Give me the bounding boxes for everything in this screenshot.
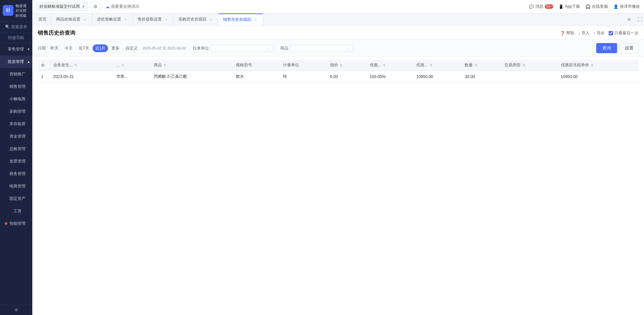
app-download-button[interactable]: 📱 App下载	[559, 4, 580, 9]
topbar-right: 💬 消息 99+ 📱 App下载 🎧 在线客服 👤 徐泽华修改	[529, 4, 640, 9]
sidebar-quick-nav[interactable]: 快捷导航	[0, 33, 32, 43]
show-last-input[interactable]	[609, 31, 613, 35]
app-selector-label: 好业财标准版交付试用	[39, 4, 80, 9]
sidebar-search[interactable]: 🔍 搜索菜单	[0, 22, 32, 33]
col-pre-tax-price: 优惠前无税单价 ⇅	[558, 60, 639, 71]
online-service-button[interactable]: 🎧 在线客服	[585, 4, 608, 9]
sort-product-icon[interactable]: ⇅	[164, 63, 166, 67]
date-today[interactable]: 今天	[62, 44, 75, 52]
tab-home[interactable]: 首页	[34, 13, 51, 25]
tab-purchase-strategy[interactable]: 进价策略设置 ×	[92, 13, 133, 25]
sort-quantity-icon[interactable]: ⇅	[475, 63, 477, 67]
source-unit-input-group: ...	[211, 45, 274, 51]
date-last7[interactable]: 近7天	[76, 44, 92, 52]
chevron-down-icon: ▼	[82, 5, 85, 8]
demo-link[interactable]: ☁ 我要看实例演示	[106, 4, 139, 9]
page-title: 销售历史价查询	[38, 30, 75, 37]
tabbar: 首页 商品价格设置 × 进价策略设置 × 售价提取设置 × 采购历史价跟踪 × …	[32, 13, 644, 26]
logo-icon: 财	[3, 5, 13, 16]
cell-index: 1	[38, 71, 50, 82]
table-row: 1 2023-05-31 华查... 丙烯酸-2-乙基己酯 散水 吨 0.00 …	[38, 71, 639, 82]
sidebar-item-retail[interactable]: 零售管理 ▼	[0, 43, 32, 56]
source-unit-dots-button[interactable]: ...	[266, 46, 271, 50]
window-maximize-button[interactable]: ⛶	[636, 15, 644, 24]
sidebar-item-inventory[interactable]: 库存核算	[0, 118, 32, 130]
help-button[interactable]: ❓ 帮助	[560, 30, 574, 36]
sidebar-item-wholesale[interactable]: 批发管理 ▲	[0, 56, 32, 68]
tab-sale-price[interactable]: 售价提取设置 ×	[133, 13, 174, 25]
show-last-checkbox[interactable]: 只看最后一次	[609, 30, 639, 36]
source-unit-filter-group: 往来单位 ...	[193, 45, 274, 51]
col-more: ... ⇅	[113, 60, 150, 71]
cell-pre-tax-price: 10950.00	[558, 71, 639, 82]
product-input[interactable]	[293, 46, 344, 50]
date-label: 日期	[38, 45, 46, 51]
date-last1m[interactable]: 近1月	[93, 44, 108, 52]
tab-sale-history-label: 销售历史价跟踪	[223, 17, 251, 23]
tab-purchase-history-label: 采购历史价跟踪	[178, 16, 207, 22]
page-header: 销售历史价查询 ❓ 帮助 ↓ 导入 ↑ 导出 只看最后一次	[32, 26, 644, 40]
tab-sale-history[interactable]: 销售历史价跟踪 ×	[218, 13, 263, 25]
product-label: 商品	[280, 45, 288, 51]
sidebar-item-tax[interactable]: 税务管理	[0, 168, 32, 180]
sidebar-item-invoice[interactable]: 发票管理	[0, 155, 32, 168]
date-custom[interactable]: 自定义	[123, 44, 140, 52]
query-button[interactable]: 查询	[596, 43, 617, 53]
export-button[interactable]: ↑ 导出	[594, 30, 605, 36]
product-dots-button[interactable]: ...	[345, 46, 350, 50]
sidebar-item-marketing[interactable]: 营销推广	[0, 68, 32, 80]
cell-biz-date: 2023-05-31	[50, 71, 113, 82]
cell-spec: 散水	[232, 71, 280, 82]
demo-label: 我要看实例演示	[111, 4, 139, 9]
messages-button[interactable]: 💬 消息 99+	[529, 4, 553, 9]
cell-price: 0.00	[327, 71, 366, 82]
sidebar-item-ledger[interactable]: 总账管理	[0, 143, 32, 155]
tab-price-settings[interactable]: 商品价格设置 ×	[51, 13, 92, 25]
sidebar-item-purchase[interactable]: 采购管理	[0, 105, 32, 118]
tab-sale-price-close[interactable]: ×	[164, 17, 169, 22]
sidebar-item-fixed-assets[interactable]: 固定资产	[0, 193, 32, 205]
sidebar-item-smart-mgmt[interactable]: 智能管理	[0, 217, 32, 230]
col-tx-type: 交易类型 ⇅	[501, 60, 557, 71]
table-settings-header: ⚙	[38, 60, 50, 71]
table-header-row: ⚙ 业务发生... ⇅ ... ⇅ 商品	[38, 60, 639, 71]
tab-purchase-strategy-close[interactable]: ×	[123, 17, 128, 22]
col-product: 商品 ⇅	[150, 60, 232, 71]
window-close-button[interactable]: ✕	[625, 15, 633, 24]
user-button[interactable]: 👤 徐泽华修改	[613, 4, 640, 9]
sort-discount-rate-icon[interactable]: ⇅	[383, 63, 386, 67]
source-unit-input[interactable]	[214, 46, 264, 50]
date-yesterday[interactable]: 昨天	[48, 44, 61, 52]
sort-biz-date-icon[interactable]: ⇅	[74, 63, 77, 67]
app-download-label: App下载	[565, 4, 580, 9]
sort-discount-price-icon[interactable]: ⇅	[430, 63, 432, 67]
topbar-settings-button[interactable]: ⚙	[91, 2, 100, 11]
smart-mgmt-dot	[5, 222, 7, 225]
date-range-text: 2023-05-02 至 2023-06-02	[142, 46, 186, 51]
sort-pre-tax-icon[interactable]: ⇅	[591, 63, 594, 67]
tab-price-settings-close[interactable]: ×	[82, 17, 87, 22]
sidebar-item-ecommerce2[interactable]: 电商管理	[0, 180, 32, 193]
sidebar-settings[interactable]: ⚙	[0, 305, 32, 315]
sidebar-item-sales-mgmt[interactable]: 销售管理	[0, 80, 32, 93]
sort-tx-type-icon[interactable]: ⇅	[523, 63, 525, 67]
col-unit: 计量单位	[280, 60, 327, 71]
sort-more-icon[interactable]: ⇅	[121, 64, 124, 67]
import-button[interactable]: ↓ 导入	[578, 30, 589, 36]
table-settings-icon[interactable]: ⚙	[41, 63, 45, 68]
settings-button[interactable]: 设置	[620, 43, 639, 53]
message-icon: 💬	[529, 4, 534, 9]
cell-discount-price: 10950.00	[413, 71, 461, 82]
tab-purchase-history-close[interactable]: ×	[209, 17, 213, 22]
sort-price-icon[interactable]: ⇅	[340, 63, 343, 67]
sidebar-item-ecommerce[interactable]: 小畅电商	[0, 93, 32, 105]
date-more[interactable]: 更多	[109, 44, 122, 52]
tab-sale-history-close[interactable]: ×	[253, 18, 258, 22]
tab-price-settings-label: 商品价格设置	[56, 16, 80, 22]
source-unit-label: 往来单位	[193, 45, 209, 51]
tab-purchase-history[interactable]: 采购历史价跟踪 ×	[174, 13, 218, 25]
sidebar-item-finance[interactable]: 资金管理	[0, 130, 32, 143]
sidebar-item-payroll[interactable]: 工资	[0, 205, 32, 217]
app-selector[interactable]: 好业财标准版交付试用 ▼	[36, 2, 88, 11]
col-discount-price: 优惠... ⇅	[413, 60, 461, 71]
